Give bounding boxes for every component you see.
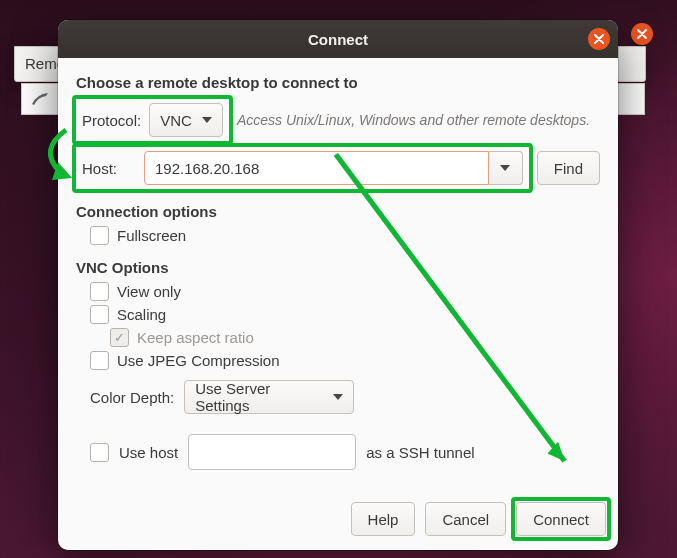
dialog-titlebar: Connect — [58, 20, 618, 58]
find-label: Find — [554, 160, 583, 177]
app-icon — [26, 90, 54, 108]
dialog-title: Connect — [308, 31, 368, 48]
dialog-body: Choose a remote desktop to connect to Pr… — [58, 58, 618, 492]
dialog-footer: Help Cancel Connect — [58, 492, 618, 550]
help-button[interactable]: Help — [351, 502, 416, 536]
ssh-host-input[interactable] — [188, 434, 356, 470]
cancel-label: Cancel — [442, 511, 489, 528]
close-icon — [594, 34, 604, 44]
ssh-suffix-label: as a SSH tunnel — [366, 444, 474, 461]
host-input[interactable] — [144, 151, 489, 185]
fullscreen-checkbox[interactable] — [90, 226, 109, 245]
scaling-checkbox[interactable] — [90, 305, 109, 324]
dialog-heading: Choose a remote desktop to connect to — [76, 74, 600, 91]
view-only-label: View only — [117, 283, 181, 300]
connect-label: Connect — [533, 511, 589, 528]
use-host-label: Use host — [119, 444, 178, 461]
dialog-close-button[interactable] — [588, 28, 610, 50]
host-label: Host: — [82, 160, 134, 177]
keep-aspect-label: Keep aspect ratio — [137, 329, 254, 346]
protocol-value: VNC — [160, 112, 192, 129]
protocol-hint: Access Unix/Linux, Windows and other rem… — [237, 112, 590, 128]
cancel-button[interactable]: Cancel — [425, 502, 506, 536]
chevron-down-icon — [202, 117, 212, 123]
connect-button[interactable]: Connect — [516, 502, 606, 536]
chevron-down-icon — [500, 165, 510, 171]
fullscreen-label: Fullscreen — [117, 227, 186, 244]
host-history-dropdown[interactable] — [489, 151, 523, 185]
scaling-label: Scaling — [117, 306, 166, 323]
connect-dialog: Connect Choose a remote desktop to conne… — [58, 20, 618, 550]
protocol-combobox[interactable]: VNC — [149, 103, 223, 137]
chevron-down-icon — [333, 394, 343, 400]
desktop-background: Remo Connect Choose a remote desktop to … — [0, 0, 677, 558]
protocol-group: Protocol: VNC — [76, 99, 229, 141]
find-button[interactable]: Find — [537, 151, 600, 185]
jpeg-label: Use JPEG Compression — [117, 352, 280, 369]
help-label: Help — [368, 511, 399, 528]
color-depth-value: Use Server Settings — [195, 380, 323, 414]
vnc-options-heading: VNC Options — [76, 259, 600, 276]
color-depth-label: Color Depth: — [90, 389, 174, 406]
jpeg-checkbox[interactable] — [90, 351, 109, 370]
keep-aspect-checkbox — [110, 328, 129, 347]
host-group: Host: — [76, 147, 529, 189]
view-only-checkbox[interactable] — [90, 282, 109, 301]
color-depth-combobox[interactable]: Use Server Settings — [184, 380, 354, 414]
parent-close-button[interactable] — [631, 23, 653, 45]
protocol-label: Protocol: — [82, 112, 141, 129]
use-host-checkbox[interactable] — [90, 443, 109, 462]
connection-options-heading: Connection options — [76, 203, 600, 220]
close-icon — [637, 29, 647, 39]
